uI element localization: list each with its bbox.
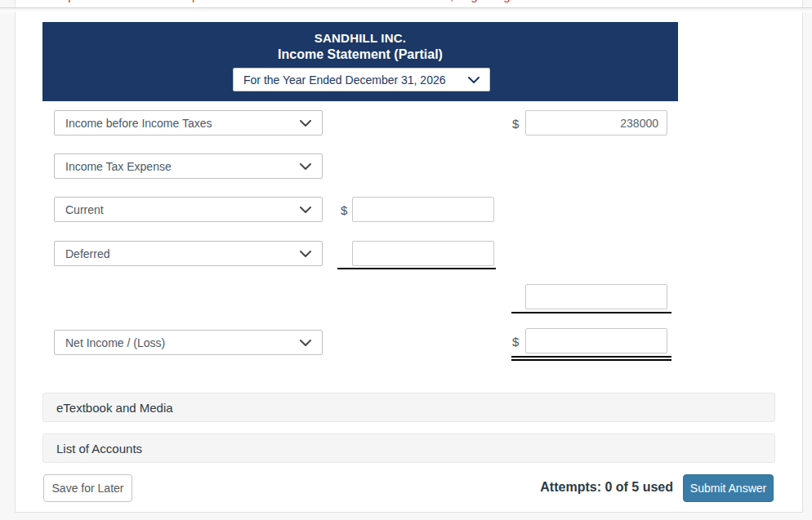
- section-label: eTextbook and Media: [56, 401, 173, 415]
- account-select-label: Net Income / (Loss): [65, 336, 165, 349]
- page-background: Prepare the income tax expense section o…: [0, 0, 812, 520]
- save-for-later-button[interactable]: Save for Later: [43, 474, 132, 502]
- etextbook-media-section[interactable]: eTextbook and Media: [42, 393, 775, 422]
- period-select[interactable]: For the Year Ended December 31, 2026: [233, 68, 490, 91]
- subtotal-underline: [511, 312, 671, 313]
- statement-header: SANDHILL INC. Income Statement (Partial)…: [42, 22, 678, 101]
- account-select-income-before-taxes[interactable]: Income before Income Taxes: [54, 110, 323, 136]
- company-name: SANDHILL INC.: [42, 31, 678, 45]
- account-select-net-income-loss[interactable]: Net Income / (Loss): [54, 330, 323, 355]
- chevron-down-icon: [300, 251, 311, 257]
- top-divider-shadow: [0, 8, 812, 12]
- account-select-label: Income before Income Taxes: [65, 117, 212, 130]
- instruction-text: Prepare the income tax expense section o…: [49, 0, 784, 4]
- chevron-down-icon: [300, 163, 311, 170]
- statement-title: Income Statement (Partial): [42, 47, 678, 62]
- amount-input-total-tax-expense[interactable]: [525, 284, 667, 309]
- chevron-down-icon: [300, 340, 311, 346]
- chevron-down-icon: [300, 120, 311, 127]
- amount-input-net-income[interactable]: [525, 328, 667, 353]
- submit-answer-button[interactable]: Submit Answer: [683, 474, 774, 502]
- clipped-instruction-text: Prepare the income tax expense section o…: [49, 0, 784, 5]
- subtotal-underline: [337, 268, 496, 269]
- account-select-current[interactable]: Current: [54, 197, 323, 222]
- section-label: List of Accounts: [56, 442, 142, 456]
- account-select-label: Current: [65, 203, 104, 216]
- account-select-income-tax-expense[interactable]: Income Tax Expense: [54, 153, 323, 179]
- list-of-accounts-section[interactable]: List of Accounts: [42, 433, 775, 463]
- amount-input-income-before-taxes[interactable]: [525, 110, 667, 136]
- attempts-counter: Attempts: 0 of 5 used: [540, 480, 673, 495]
- amount-input-deferred[interactable]: [352, 241, 494, 266]
- account-select-deferred[interactable]: Deferred: [54, 241, 323, 266]
- chevron-down-icon: [468, 77, 480, 83]
- amount-input-current[interactable]: [352, 197, 494, 222]
- period-select-value: For the Year Ended December 31, 2026: [243, 73, 446, 87]
- account-select-label: Deferred: [65, 247, 109, 260]
- chevron-down-icon: [300, 207, 311, 213]
- total-double-underline: [511, 356, 671, 361]
- dollar-sign: $: [341, 203, 352, 217]
- dollar-sign: $: [512, 117, 524, 131]
- dollar-sign: $: [512, 335, 524, 349]
- account-select-label: Income Tax Expense: [65, 160, 172, 173]
